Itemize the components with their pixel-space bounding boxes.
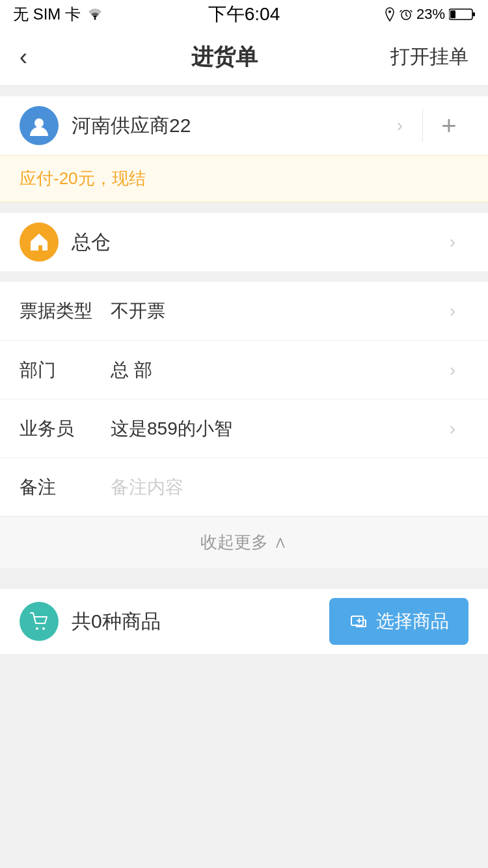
divider-1 bbox=[0, 86, 488, 96]
supplier-divider bbox=[422, 109, 423, 142]
cart-icon bbox=[28, 610, 50, 632]
select-product-label: 选择商品 bbox=[376, 609, 449, 634]
collapse-button[interactable]: 收起更多 ∧ bbox=[0, 516, 488, 568]
carrier-text: 无 SIM 卡 bbox=[13, 4, 81, 25]
supplier-card: 河南供应商22 › + 应付-20元，现结 bbox=[0, 96, 488, 202]
product-bar: 共0种商品 选择商品 bbox=[0, 589, 488, 654]
supplier-name: 河南供应商22 bbox=[72, 113, 397, 139]
add-supplier-button[interactable]: + bbox=[429, 106, 468, 145]
product-section: 共0种商品 选择商品 bbox=[0, 589, 488, 654]
supplier-left[interactable]: 河南供应商22 › bbox=[20, 106, 416, 145]
status-right: 23% bbox=[384, 6, 475, 23]
supplier-notice: 应付-20元，现结 bbox=[0, 155, 488, 202]
department-label: 部门 bbox=[20, 358, 111, 383]
svg-rect-5 bbox=[450, 10, 455, 18]
department-chevron-icon: › bbox=[450, 360, 455, 381]
product-icon bbox=[20, 602, 59, 641]
person-icon bbox=[27, 114, 51, 137]
select-product-button[interactable]: 选择商品 bbox=[329, 598, 468, 645]
open-pending-button[interactable]: 打开挂单 bbox=[390, 44, 468, 70]
supplier-row[interactable]: 河南供应商22 › + bbox=[0, 96, 488, 155]
home-icon bbox=[28, 231, 50, 253]
svg-point-0 bbox=[94, 18, 96, 20]
divider-2 bbox=[0, 202, 488, 213]
nav-bar: ‹ 进货单 打开挂单 bbox=[0, 29, 488, 86]
status-time: 下午6:04 bbox=[208, 2, 280, 27]
page-title: 进货单 bbox=[191, 42, 258, 72]
department-row[interactable]: 部门 总 部 › bbox=[0, 340, 488, 399]
invoice-type-label: 票据类型 bbox=[20, 299, 111, 323]
invoice-type-row[interactable]: 票据类型 不开票 › bbox=[0, 282, 488, 340]
warehouse-icon bbox=[20, 223, 59, 262]
salesperson-chevron-icon: › bbox=[450, 418, 455, 439]
remark-input[interactable]: 备注内容 bbox=[111, 475, 468, 500]
department-value: 总 部 bbox=[111, 358, 450, 383]
svg-point-8 bbox=[42, 627, 45, 630]
select-product-icon bbox=[349, 611, 370, 632]
svg-point-1 bbox=[388, 10, 391, 13]
salesperson-label: 业务员 bbox=[20, 416, 111, 441]
page-container: 无 SIM 卡 下午6:04 23% bbox=[0, 0, 488, 868]
remark-row[interactable]: 备注 备注内容 bbox=[0, 457, 488, 516]
invoice-type-value: 不开票 bbox=[111, 299, 450, 323]
back-button[interactable]: ‹ bbox=[20, 44, 59, 71]
svg-point-6 bbox=[34, 118, 44, 128]
location-icon bbox=[384, 7, 396, 21]
status-bar: 无 SIM 卡 下午6:04 23% bbox=[0, 0, 488, 29]
salesperson-value: 这是859的小智 bbox=[111, 416, 450, 441]
warehouse-card: 总仓 › bbox=[0, 213, 488, 271]
invoice-chevron-icon: › bbox=[450, 301, 455, 321]
status-left: 无 SIM 卡 bbox=[13, 4, 104, 25]
supplier-chevron-icon: › bbox=[397, 115, 403, 136]
warehouse-name: 总仓 bbox=[72, 229, 450, 256]
warehouse-chevron-icon: › bbox=[450, 232, 455, 252]
warehouse-row[interactable]: 总仓 › bbox=[0, 213, 488, 271]
divider-4 bbox=[0, 568, 488, 578]
svg-rect-4 bbox=[472, 12, 475, 16]
wifi-icon bbox=[86, 8, 104, 21]
supplier-avatar bbox=[20, 106, 59, 145]
divider-3 bbox=[0, 271, 488, 282]
alarm-icon bbox=[400, 7, 413, 21]
battery-icon bbox=[449, 8, 475, 21]
collapse-label: 收起更多 ∧ bbox=[200, 531, 287, 554]
form-card: 票据类型 不开票 › 部门 总 部 › 业务员 这是859的小智 › 备注 备注… bbox=[0, 282, 488, 568]
product-count-label: 共0种商品 bbox=[72, 608, 329, 635]
battery-text: 23% bbox=[416, 6, 445, 23]
salesperson-row[interactable]: 业务员 这是859的小智 › bbox=[0, 399, 488, 457]
svg-point-7 bbox=[36, 627, 38, 630]
remark-label: 备注 bbox=[20, 475, 111, 500]
